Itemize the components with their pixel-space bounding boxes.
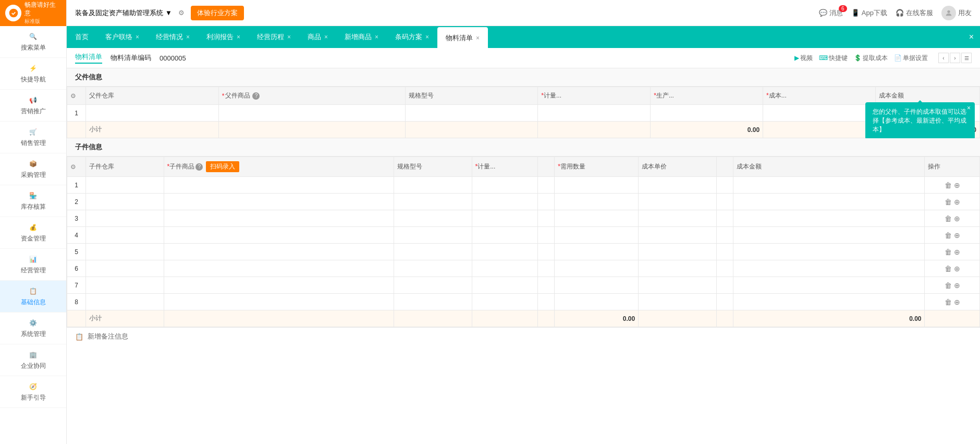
child-cell-qty-2[interactable] [555,194,639,210]
child-cell-sep2-2 [716,194,733,210]
guide-icon: 🧭 [28,381,39,392]
prev-arrow[interactable]: ‹ [938,53,949,63]
parent-cell-warehouse[interactable] [86,105,219,122]
child-cell-unitcost-2[interactable] [639,194,717,210]
sidebar-item-purchase[interactable]: 📦 采购管理 [0,153,66,185]
tooltip-close-btn[interactable]: × [967,104,971,112]
child-cell-goods-3[interactable] [164,210,394,227]
tab-close-new-goods[interactable]: × [375,33,378,41]
delete-icon-2[interactable]: 🗑 [945,198,952,206]
sidebar-item-guide[interactable]: 🧭 新手引导 [0,376,66,408]
delete-icon-3[interactable]: 🗑 [945,214,952,223]
delete-icon-8[interactable]: 🗑 [945,298,952,306]
experience-button[interactable]: 体验行业方案 [191,6,244,20]
sidebar-item-inventory[interactable]: 🏪 库存核算 [0,185,66,217]
delete-icon-4[interactable]: 🗑 [945,231,952,239]
parent-cell-production[interactable] [651,105,763,122]
sidebar-item-search[interactable]: 🔍 搜索菜单 [0,26,66,58]
child-cell-qty-1[interactable] [555,177,639,194]
parent-cell-cost[interactable] [763,105,876,122]
parent-col-settings: ⚙ [67,87,86,105]
tab-close-operations[interactable]: × [186,33,190,41]
sidebar-item-operations[interactable]: 📊 经营管理 [0,249,66,281]
tab-home[interactable]: 首页 [67,26,97,48]
message-action[interactable]: 💬 消息 6 [819,8,843,18]
logo-text: 畅唐请好生意 [24,1,61,17]
child-cell-sep-2 [538,194,555,210]
delete-icon-1[interactable]: 🗑 [945,181,952,189]
child-row-6: 6 🗑⊕ [67,260,980,277]
copy-icon-2[interactable]: ⊕ [954,198,960,206]
copy-icon-8[interactable]: ⊕ [954,298,960,306]
tab-close-customer[interactable]: × [136,33,139,41]
child-settings-icon[interactable]: ⚙ [70,163,76,171]
sidebar-item-sales[interactable]: 🛒 销售管理 [0,122,66,153]
tab-close-history[interactable]: × [287,33,291,41]
settings-icon-btn[interactable]: ⚙ [178,9,185,17]
extract-cost-btn[interactable]: 💲 提取成本 [854,54,888,63]
sidebar-item-enterprise[interactable]: 🏢 企业协同 [0,344,66,376]
tab-close-goods[interactable]: × [324,33,328,41]
app-download-action[interactable]: 📱 App下载 [851,8,887,18]
parent-cell-unit[interactable] [538,105,651,122]
child-cell-spec-1[interactable] [394,177,472,194]
copy-icon-1[interactable]: ⊕ [954,181,960,189]
parent-cell-goods[interactable] [218,105,405,122]
child-cell-goods-2[interactable] [164,194,394,210]
child-cell-spec-3[interactable] [394,210,472,227]
sidebar-item-quicknav[interactable]: ⚡ 快捷导航 [0,58,66,90]
next-arrow[interactable]: › [950,53,960,63]
copy-icon-3[interactable]: ⊕ [954,214,960,223]
copy-icon-4[interactable]: ⊕ [954,231,960,239]
message-badge: 6 [839,5,847,12]
breadcrumb-parent[interactable]: 物料清单 [75,52,102,64]
child-cell-qty-3[interactable] [555,210,639,227]
sidebar-item-basicinfo[interactable]: 📋 基础信息 [0,281,66,313]
child-cell-unitcost-1[interactable] [639,177,717,194]
tab-goods[interactable]: 商品 × [299,26,336,48]
child-cell-unit-2[interactable] [472,194,538,210]
child-cell-warehouse-2[interactable] [86,194,164,210]
child-cell-warehouse-3[interactable] [86,210,164,227]
sidebar-item-system[interactable]: ⚙️ 系统管理 [0,313,66,344]
tab-close-profit[interactable]: × [237,33,240,41]
copy-icon-6[interactable]: ⊕ [954,265,960,273]
tab-new-goods[interactable]: 新增商品 × [336,26,387,48]
bottom-text[interactable]: 新增备注信息 [88,332,128,341]
shortcut-btn[interactable]: ⌨ 快捷键 [819,54,848,63]
single-settings-btn[interactable]: 📄 单据设置 [894,54,928,63]
child-cell-goods-1[interactable] [164,177,394,194]
child-cell-unit-1[interactable] [472,177,538,194]
tab-bom[interactable]: 物料清单 × [437,27,488,48]
tab-barcode[interactable]: 条码方案 × [387,26,437,48]
parent-cell-spec[interactable] [405,105,538,122]
copy-icon-5[interactable]: ⊕ [954,248,960,256]
tab-operations[interactable]: 经营情况 × [148,26,198,48]
copy-icon-7[interactable]: ⊕ [954,281,960,290]
sidebar-item-marketing[interactable]: 📢 营销推广 [0,90,66,122]
tab-profit[interactable]: 利润报告 × [198,26,249,48]
delete-icon-7[interactable]: 🗑 [945,281,952,290]
list-view-btn[interactable]: ☰ [961,53,972,63]
user-action[interactable]: 用友 [941,6,972,20]
child-goods-info-icon[interactable]: ? [195,163,203,171]
tab-close-barcode[interactable]: × [425,33,429,41]
tab-close-all[interactable]: × [963,32,980,42]
system-title[interactable]: 装备及固定资产辅助管理系统 ▼ [75,8,172,18]
settings-gear-icon[interactable]: ⚙ [70,92,76,100]
delete-icon-6[interactable]: 🗑 [945,265,952,273]
tab-history[interactable]: 经营历程 × [249,26,299,48]
child-cell-unitcost-3[interactable] [639,210,717,227]
sidebar-item-finance[interactable]: 💰 资金管理 [0,217,66,249]
goods-info-icon[interactable]: ? [252,92,260,100]
child-cell-warehouse-1[interactable] [86,177,164,194]
scan-input-btn[interactable]: 扫码录入 [206,161,239,172]
video-btn[interactable]: ▶ 视频 [794,54,813,63]
tab-customer[interactable]: 客户联络 × [97,26,148,48]
delete-icon-5[interactable]: 🗑 [945,248,952,256]
child-cell-action-2: 🗑 ⊕ [925,194,980,210]
online-service-action[interactable]: 🎧 在线客服 [896,8,933,18]
tab-close-bom[interactable]: × [476,34,480,42]
child-cell-spec-2[interactable] [394,194,472,210]
child-cell-unit-3[interactable] [472,210,538,227]
